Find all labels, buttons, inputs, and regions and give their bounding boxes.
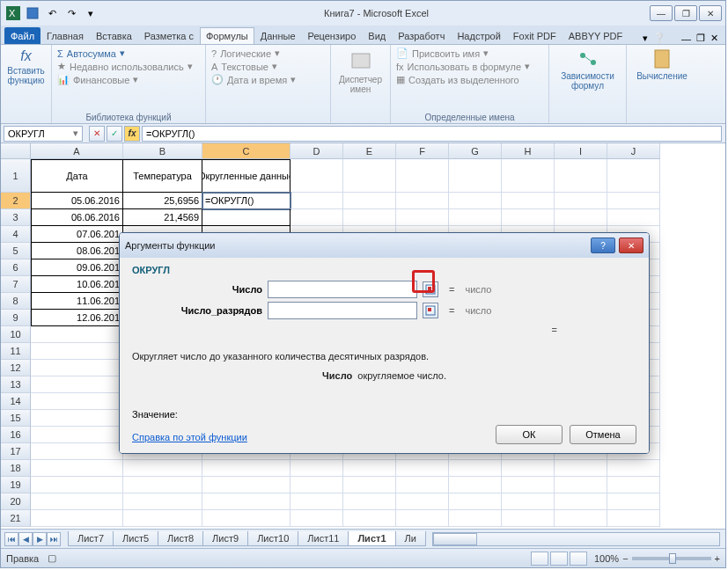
cell[interactable]: 05.06.2016 (31, 193, 123, 209)
text-button[interactable]: AТекстовые▾ (211, 60, 325, 73)
window-minimize-button[interactable]: — (650, 5, 673, 21)
column-header-H[interactable]: H (502, 143, 555, 159)
tab-review[interactable]: Рецензиро (302, 27, 363, 44)
cell[interactable]: 25,6956 (123, 193, 202, 209)
formula-bar[interactable]: =ОКРУГЛ() (142, 126, 722, 142)
row-header[interactable]: 7 (1, 276, 31, 293)
cell[interactable]: 11.06.201 (31, 293, 123, 310)
zoom-level[interactable]: 100% (594, 553, 619, 564)
financial-button[interactable]: 📊Финансовые▾ (57, 73, 200, 86)
cell[interactable] (396, 510, 449, 527)
row-header[interactable]: 18 (1, 460, 31, 477)
cell[interactable]: 07.06.201 (31, 226, 123, 243)
horizontal-scrollbar[interactable] (432, 532, 720, 546)
row-header[interactable]: 21 (1, 510, 31, 527)
tab-developer[interactable]: Разработч (392, 27, 451, 44)
window-restore-button[interactable]: ❐ (674, 5, 697, 21)
cell[interactable] (290, 477, 343, 493)
row-header[interactable]: 16 (1, 427, 31, 443)
tab-formulas[interactable]: Формулы (200, 27, 254, 44)
cell[interactable] (607, 193, 660, 209)
tab-data[interactable]: Данные (254, 27, 302, 44)
name-box[interactable]: ОКРУГЛ▾ (4, 126, 83, 142)
cell[interactable] (502, 209, 555, 226)
cell[interactable] (502, 477, 555, 493)
view-pagelayout-button[interactable] (550, 552, 568, 566)
row-header[interactable]: 12 (1, 360, 31, 376)
dialog-help-link[interactable]: Справка по этой функции (132, 432, 247, 442)
cell[interactable] (290, 193, 343, 209)
cell[interactable] (396, 493, 449, 510)
cell[interactable] (343, 510, 396, 527)
cell[interactable] (396, 159, 449, 193)
sheet-tab[interactable]: Лист8 (158, 531, 203, 546)
formula-cancel-button[interactable]: ✕ (89, 126, 105, 142)
view-normal-button[interactable] (531, 552, 548, 566)
cell[interactable] (31, 360, 123, 376)
sheet-tab[interactable]: Лист10 (247, 531, 298, 546)
sheet-prev-button[interactable]: ◀ (18, 532, 33, 546)
cell[interactable] (502, 460, 555, 477)
row-header[interactable]: 11 (1, 343, 31, 360)
cell[interactable]: 08.06.201 (31, 243, 123, 259)
name-manager-button[interactable]: Диспетчер имен (336, 47, 385, 96)
cell[interactable] (449, 510, 502, 527)
cell[interactable] (123, 477, 202, 493)
cell[interactable] (202, 209, 290, 226)
cell[interactable] (343, 209, 396, 226)
column-header-G[interactable]: G (449, 143, 502, 159)
sheet-next-button[interactable]: ▶ (33, 532, 47, 546)
cell[interactable] (449, 493, 502, 510)
row-header[interactable]: 10 (1, 326, 31, 343)
doc-minimize-icon[interactable]: — (681, 33, 691, 44)
dialog-ok-button[interactable]: ОК (496, 425, 563, 444)
cell[interactable]: 21,4569 (123, 209, 202, 226)
dialog-help-button[interactable]: ? (591, 238, 615, 253)
cell[interactable]: 10.06.201 (31, 276, 123, 293)
row-header[interactable]: 14 (1, 393, 31, 410)
cell[interactable] (31, 326, 123, 343)
cell[interactable] (31, 376, 123, 393)
cell[interactable] (607, 510, 660, 527)
arg1-input[interactable] (268, 281, 417, 298)
cell[interactable] (31, 493, 123, 510)
window-close-button[interactable]: ✕ (699, 5, 722, 21)
cell[interactable] (343, 193, 396, 209)
cell[interactable] (555, 193, 607, 209)
tab-view[interactable]: Вид (362, 27, 392, 44)
tab-pagelayout[interactable]: Разметка с (138, 27, 200, 44)
tab-addins[interactable]: Надстрой (451, 27, 506, 44)
row-header[interactable]: 20 (1, 493, 31, 510)
arg2-input[interactable] (268, 302, 417, 319)
cell[interactable] (290, 209, 343, 226)
column-header-A[interactable]: A (31, 143, 123, 159)
macro-record-icon[interactable]: ▢ (48, 552, 56, 564)
arg2-range-button[interactable] (423, 303, 438, 318)
cell[interactable] (290, 460, 343, 477)
qat-redo-icon[interactable]: ↷ (63, 4, 80, 22)
cell[interactable]: 06.06.2016 (31, 209, 123, 226)
cell[interactable] (123, 510, 202, 527)
cell[interactable]: 12.06.201 (31, 310, 123, 326)
cell[interactable] (123, 493, 202, 510)
row-header[interactable]: 17 (1, 443, 31, 460)
cell[interactable] (607, 460, 660, 477)
sheet-tab[interactable]: Лист7 (68, 531, 114, 546)
logical-button[interactable]: ?Логические▾ (211, 47, 325, 60)
doc-restore-icon[interactable]: ❐ (696, 33, 705, 44)
create-from-sel-button[interactable]: ▦Создать из выделенного (396, 73, 543, 86)
zoom-in-button[interactable]: + (715, 553, 720, 564)
cell[interactable] (555, 510, 607, 527)
column-header-J[interactable]: J (607, 143, 660, 159)
zoom-slider[interactable] (632, 557, 711, 560)
row-header[interactable]: 1 (1, 159, 31, 193)
help-icon[interactable]: ❔ (653, 33, 665, 44)
datetime-button[interactable]: 🕐Дата и время▾ (211, 73, 325, 86)
row-header[interactable]: 13 (1, 376, 31, 393)
cell[interactable] (449, 159, 502, 193)
dialog-close-button[interactable]: ✕ (619, 238, 643, 253)
column-header-I[interactable]: I (555, 143, 607, 159)
cell[interactable] (202, 510, 290, 527)
cell[interactable] (607, 493, 660, 510)
ribbon-expand-icon[interactable]: ▾ (643, 33, 648, 44)
